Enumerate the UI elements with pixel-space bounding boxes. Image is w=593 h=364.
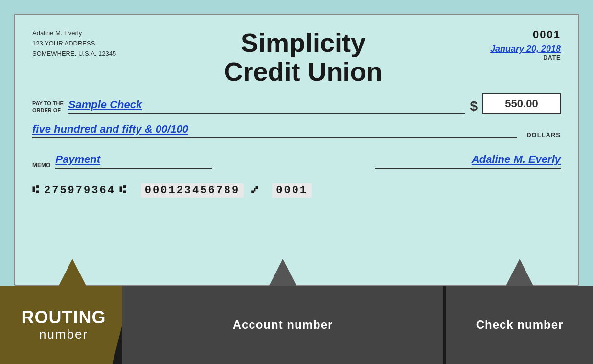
top-right-area: 0001 January 20, 2018 DATE: [490, 28, 561, 61]
written-amount-row: five hundred and fifty & 00/100 DOLLARS: [32, 123, 561, 138]
micr-check-number: 0001: [272, 183, 312, 198]
routing-text-number: number: [39, 327, 88, 342]
date-label: DATE: [490, 54, 561, 61]
check-number-top: 0001: [490, 28, 561, 41]
routing-text-routing: ROUTING: [22, 308, 106, 327]
bank-title: Simplicity Credit Union: [116, 28, 490, 87]
check-number-label-text: Check number: [476, 318, 564, 332]
date-value: January 20, 2018: [490, 44, 561, 54]
amount-box: 550.00: [482, 93, 561, 114]
micr-account: 000123456789: [141, 183, 244, 198]
memo-value: Payment: [55, 153, 100, 165]
micr-line: ⑆ 275979364 ⑆ 000123456789 ⑇ 0001: [32, 183, 561, 198]
routing-arrow: [59, 259, 86, 286]
account-arrow: [269, 259, 296, 286]
owner-address1: 123 YOUR ADDRESS: [32, 39, 116, 49]
micr-account-symbol: ⑇: [251, 184, 259, 197]
bottom-labels: ROUTING number Account number Check numb…: [0, 286, 593, 364]
micr-symbol-close: ⑆: [119, 184, 127, 197]
pay-to-value: Sample Check: [68, 98, 142, 111]
micr-routing: 275979364: [44, 184, 115, 197]
written-amount: five hundred and fifty & 00/100: [32, 123, 517, 138]
signature-value: Adaline M. Everly: [472, 153, 561, 165]
account-label-text: Account number: [233, 318, 333, 332]
dollar-sign: $: [470, 98, 478, 114]
pay-to-line: Sample Check: [68, 98, 465, 114]
owner-address2: SOMEWHERE. U.S.A. 12345: [32, 49, 116, 59]
account-number-label: Account number: [122, 286, 443, 364]
check-number-label: Check number: [446, 286, 593, 364]
check-arrow: [506, 259, 533, 286]
date-area: January 20, 2018 DATE: [490, 44, 561, 61]
pay-to-label: PAY TO THE ORDER OF: [32, 100, 64, 114]
bank-name-line1: Simplicity: [241, 28, 365, 57]
routing-label: ROUTING number: [0, 286, 132, 364]
dollars-label: DOLLARS: [526, 131, 561, 138]
owner-address: Adaline M. Everly 123 YOUR ADDRESS SOMEW…: [32, 28, 116, 59]
memo-line: Payment: [55, 153, 212, 169]
bank-name-line2: Credit Union: [224, 57, 383, 86]
signature-area: Adaline M. Everly: [212, 153, 561, 169]
memo-row: MEMO Payment Adaline M. Everly: [32, 153, 561, 169]
memo-label: MEMO: [32, 162, 50, 169]
pay-to-row: PAY TO THE ORDER OF Sample Check $ 550.0…: [32, 93, 561, 114]
micr-symbol-open: ⑆: [32, 184, 40, 197]
owner-name: Adaline M. Everly: [32, 28, 116, 39]
check: Adaline M. Everly 123 YOUR ADDRESS SOMEW…: [14, 14, 579, 286]
signature-line: Adaline M. Everly: [375, 153, 561, 169]
